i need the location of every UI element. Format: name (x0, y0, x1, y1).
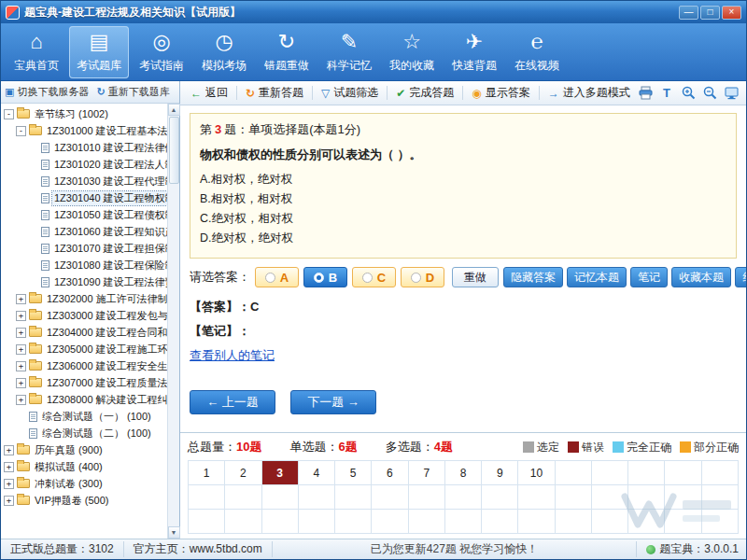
prev-question-button[interactable]: ← 上一题 (190, 390, 275, 414)
titlebar[interactable]: 题宝典-建设工程法规及相关知识【试用版】 — □ × (1, 1, 746, 23)
ribbon-item-mock-exam[interactable]: ◷模拟考场 (194, 26, 254, 78)
ribbon-item-quick-review[interactable]: ✈快速背题 (444, 26, 504, 78)
question-number-cell[interactable]: 4 (299, 461, 335, 485)
question-number-cell[interactable]: 9 (482, 461, 518, 485)
expand-icon[interactable]: + (16, 361, 26, 371)
multi-mode-button[interactable]: →进入多题模式 (542, 82, 637, 104)
ribbon-item-label: 快速背题 (452, 58, 497, 74)
print-icon[interactable] (638, 86, 653, 101)
tree-item[interactable]: -1Z301000 建设工程基本法律知识 (1, 122, 167, 139)
question-number-cell[interactable]: 7 (409, 461, 445, 485)
expand-icon[interactable]: + (16, 294, 26, 304)
grid-cell-empty (556, 485, 592, 510)
tree-item[interactable]: 1Z301020 建设工程法人制度 (1, 156, 167, 173)
tree-item[interactable]: +历年真题 (900) (1, 441, 167, 458)
tree-item[interactable]: 1Z301010 建设工程法律体系 (1, 139, 167, 156)
question-number-cell[interactable]: 2 (225, 461, 261, 485)
ribbon-item-exam-bank[interactable]: ▤考试题库 (69, 26, 129, 78)
expand-icon[interactable]: + (4, 479, 14, 489)
tree-item[interactable]: +1Z302000 施工许可法律制度 (87 (1, 290, 167, 307)
ribbon-item-online-video[interactable]: ℮在线视频 (507, 26, 567, 78)
ribbon-item-home[interactable]: ⌂宝典首页 (7, 26, 66, 78)
tree-item[interactable]: -章节练习 (1002) (1, 105, 167, 122)
show-answer-button[interactable]: ◉显示答案 (465, 82, 536, 104)
file-icon (29, 412, 37, 422)
tree-item[interactable]: 综合测试题（二） (100) (1, 425, 167, 441)
switch-server-button[interactable]: ▣ 切换下载服务器 (5, 85, 89, 99)
tree-item[interactable]: 1Z301040 建设工程物权制度 (1, 189, 167, 206)
ribbon-item-redo-wrong[interactable]: ↻错题重做 (257, 26, 317, 78)
question-number-cell[interactable]: 5 (335, 461, 372, 485)
zoom-in-icon[interactable] (681, 86, 696, 101)
toolbar-separator (462, 86, 463, 100)
tree-item[interactable]: 1Z301060 建设工程知识产权 (1, 223, 167, 240)
tree-item[interactable]: +VIP押题卷 (500) (1, 492, 167, 509)
expand-icon[interactable]: + (4, 496, 14, 506)
question-number-cell[interactable]: 1 (189, 461, 225, 485)
tree-item[interactable]: +1Z306000 建设工程安全生产法律制度 (1, 357, 167, 374)
choice-d[interactable]: D (401, 267, 444, 287)
choice-b[interactable]: B (303, 267, 347, 287)
tree-item[interactable]: 综合测试题（一） (100) (1, 408, 167, 425)
zoom-out-icon[interactable] (702, 86, 717, 101)
expand-icon[interactable]: + (4, 445, 14, 455)
question-number-cell[interactable]: 8 (445, 461, 482, 485)
question-number-cell[interactable]: 3 (262, 461, 299, 485)
tree-item[interactable]: +1Z303000 建设工程发包与承包法律制度 (1, 307, 167, 324)
monitor-icon[interactable] (724, 86, 739, 101)
refresh-button[interactable]: ↻重新答题 (239, 82, 310, 104)
filter-button[interactable]: ▽试题筛选 (315, 82, 385, 104)
file-icon (41, 160, 49, 170)
tree-item[interactable]: 1Z301030 建设工程代理制度 (1, 173, 167, 189)
expand-icon[interactable]: + (16, 395, 26, 405)
next-question-button[interactable]: 下一题 → (290, 390, 376, 414)
redo-button[interactable]: 重做 (452, 267, 499, 287)
tree-item[interactable]: +1Z305000 建设工程施工环保节能法律制度 (1, 341, 167, 357)
tree-item[interactable]: 1Z301050 建设工程债权制度 (1, 206, 167, 223)
note-button[interactable]: 笔记 (630, 267, 668, 287)
answer-bar: 请选答案： ABCD 重做 隐藏答案记忆本题笔记收藏本题纠错 (190, 267, 737, 287)
ribbon-item-memory[interactable]: ✎科学记忆 (319, 26, 379, 78)
collapse-icon[interactable]: - (16, 126, 26, 136)
tree-item[interactable]: 1Z301080 建设工程保险制度 (1, 257, 167, 273)
font-size-icon[interactable]: T (659, 86, 674, 101)
report-error-button[interactable]: 纠错 (735, 267, 746, 287)
hide-answer-button[interactable]: 隐藏答案 (503, 267, 563, 287)
minimize-button[interactable]: — (679, 6, 698, 20)
expand-icon[interactable]: + (16, 344, 26, 355)
favorite-button[interactable]: 收藏本题 (671, 267, 731, 287)
expand-icon[interactable]: + (16, 311, 26, 321)
tree-item-label: 1Z305000 建设工程施工环保节能法律制度 (45, 343, 167, 357)
memorize-button[interactable]: 记忆本题 (567, 267, 627, 287)
question-number-cell[interactable]: 6 (372, 461, 408, 485)
tree-item[interactable]: +1Z304000 建设工程合同和劳动合同法律制度 (1, 324, 167, 341)
maximize-button[interactable]: □ (700, 6, 720, 20)
collapse-icon[interactable]: - (4, 109, 14, 119)
homepage-status[interactable]: 官方主页：www.5tbd.com (124, 541, 273, 557)
close-button[interactable]: × (722, 6, 741, 20)
tree-item[interactable]: +1Z307000 建设工程质量法律制度 (1, 374, 167, 391)
complete-button[interactable]: ✔完成答题 (389, 82, 460, 104)
tree-item[interactable]: +1Z308000 解决建设工程纠纷法律制度 (1, 391, 167, 408)
ribbon-item-guide[interactable]: ◎考试指南 (132, 26, 191, 78)
expand-icon[interactable]: + (16, 328, 26, 338)
grid-cell-empty (189, 510, 225, 534)
scroll-thumb[interactable] (169, 117, 179, 184)
choice-c[interactable]: C (352, 267, 396, 287)
tree-item[interactable]: +模拟试题 (400) (1, 458, 167, 475)
tree-item[interactable]: +冲刺试卷 (300) (1, 475, 167, 492)
question-number-cell[interactable]: 10 (518, 461, 555, 485)
scroll-down-icon[interactable]: ▼ (168, 526, 180, 539)
ribbon-item-favorites[interactable]: ☆我的收藏 (382, 26, 442, 78)
tree-scrollbar[interactable]: ▲ ▼ (167, 104, 179, 539)
redownload-button[interactable]: ↻ 重新下载题库 (96, 85, 169, 99)
back-button[interactable]: ←返回 (184, 82, 234, 104)
memory-icon: ✎ (341, 30, 358, 56)
expand-icon[interactable]: + (16, 378, 26, 388)
expand-icon[interactable]: + (4, 462, 14, 472)
view-notes-link[interactable]: 查看别人的笔记 (190, 347, 275, 364)
choice-a[interactable]: A (255, 267, 299, 287)
scroll-up-icon[interactable]: ▲ (168, 104, 180, 116)
tree-item[interactable]: 1Z301090 建设工程法律责任制度 (1, 273, 167, 290)
tree-item[interactable]: 1Z301070 建设工程担保制度 (1, 240, 167, 257)
